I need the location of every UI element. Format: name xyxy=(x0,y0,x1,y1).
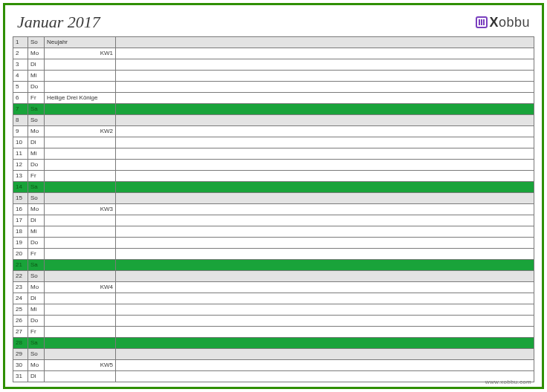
day-note xyxy=(45,137,116,148)
day-note xyxy=(45,371,116,382)
calendar-row: 27Fr xyxy=(13,327,534,338)
day-entry[interactable] xyxy=(116,293,534,304)
day-note xyxy=(45,260,116,271)
day-of-week: Di xyxy=(28,371,45,382)
day-entry[interactable] xyxy=(116,271,534,282)
day-number: 1 xyxy=(13,37,28,48)
day-of-week: Sa xyxy=(28,260,45,271)
day-note: KW5 xyxy=(45,360,116,371)
day-entry[interactable] xyxy=(116,193,534,204)
calendar-row: 16MoKW3 xyxy=(13,204,534,215)
day-of-week: So xyxy=(28,37,45,48)
day-note xyxy=(45,293,116,304)
day-entry[interactable] xyxy=(116,260,534,271)
footer-url: www.xobbu.com xyxy=(485,379,531,385)
day-entry[interactable] xyxy=(116,93,534,104)
day-number: 4 xyxy=(13,71,28,82)
day-entry[interactable] xyxy=(116,282,534,293)
day-entry[interactable] xyxy=(116,204,534,215)
day-number: 10 xyxy=(13,137,28,148)
day-entry[interactable] xyxy=(116,160,534,171)
day-of-week: Di xyxy=(28,215,45,226)
day-of-week: Di xyxy=(28,59,45,71)
page-title: Januar 2017 xyxy=(17,13,100,32)
day-of-week: Fr xyxy=(28,249,45,260)
day-entry[interactable] xyxy=(116,59,534,71)
day-entry[interactable] xyxy=(116,115,534,126)
day-number: 17 xyxy=(13,215,28,226)
day-number: 14 xyxy=(13,182,28,193)
day-number: 29 xyxy=(13,349,28,360)
day-entry[interactable] xyxy=(116,238,534,249)
day-number: 6 xyxy=(13,93,28,104)
calendar-row: 23MoKW4 xyxy=(13,282,534,293)
day-entry[interactable] xyxy=(116,226,534,238)
day-number: 23 xyxy=(13,282,28,293)
brand-text: Xobbu xyxy=(489,15,530,30)
day-of-week: Mi xyxy=(28,226,45,238)
day-number: 8 xyxy=(13,115,28,126)
day-number: 2 xyxy=(13,48,28,59)
day-entry[interactable] xyxy=(116,82,534,93)
day-number: 27 xyxy=(13,327,28,338)
day-entry[interactable] xyxy=(116,37,534,48)
day-number: 20 xyxy=(13,249,28,260)
day-entry[interactable] xyxy=(116,104,534,115)
day-number: 28 xyxy=(13,338,28,349)
day-note xyxy=(45,271,116,282)
day-entry[interactable] xyxy=(116,360,534,371)
day-note: Heilige Drei Könige xyxy=(45,93,116,104)
day-entry[interactable] xyxy=(116,371,534,382)
calendar-row: 15So xyxy=(13,193,534,204)
calendar-row: 30MoKW5 xyxy=(13,360,534,371)
day-number: 15 xyxy=(13,193,28,204)
day-of-week: So xyxy=(28,115,45,126)
day-note xyxy=(45,148,116,160)
day-entry[interactable] xyxy=(116,137,534,148)
day-of-week: So xyxy=(28,193,45,204)
day-entry[interactable] xyxy=(116,148,534,160)
day-note xyxy=(45,182,116,193)
day-number: 13 xyxy=(13,171,28,182)
calendar-row: 26Do xyxy=(13,316,534,327)
day-number: 16 xyxy=(13,204,28,215)
day-of-week: Do xyxy=(28,160,45,171)
day-entry[interactable] xyxy=(116,316,534,327)
day-entry[interactable] xyxy=(116,71,534,82)
calendar-row: 28Sa xyxy=(13,338,534,349)
day-number: 5 xyxy=(13,82,28,93)
calendar-row: 8So xyxy=(13,115,534,126)
day-of-week: Mo xyxy=(28,126,45,137)
day-entry[interactable] xyxy=(116,182,534,193)
day-note xyxy=(45,304,116,316)
day-note xyxy=(45,215,116,226)
day-number: 11 xyxy=(13,148,28,160)
day-entry[interactable] xyxy=(116,249,534,260)
day-entry[interactable] xyxy=(116,304,534,316)
day-note xyxy=(45,249,116,260)
day-note: KW1 xyxy=(45,48,116,59)
calendar-row: 2MoKW1 xyxy=(13,48,534,59)
calendar-row: 19Do xyxy=(13,238,534,249)
day-number: 30 xyxy=(13,360,28,371)
day-entry[interactable] xyxy=(116,338,534,349)
calendar-row: 14Sa xyxy=(13,182,534,193)
day-of-week: Do xyxy=(28,316,45,327)
day-of-week: Mo xyxy=(28,204,45,215)
day-entry[interactable] xyxy=(116,215,534,226)
day-number: 24 xyxy=(13,293,28,304)
day-entry[interactable] xyxy=(116,48,534,59)
day-of-week: Mi xyxy=(28,148,45,160)
day-of-week: So xyxy=(28,271,45,282)
calendar-row: 29So xyxy=(13,349,534,360)
calendar-row: 10Di xyxy=(13,137,534,148)
day-number: 26 xyxy=(13,316,28,327)
calendar-row: 5Do xyxy=(13,82,534,93)
day-note xyxy=(45,115,116,126)
day-entry[interactable] xyxy=(116,349,534,360)
calendar-row: 17Di xyxy=(13,215,534,226)
day-of-week: Sa xyxy=(28,182,45,193)
day-entry[interactable] xyxy=(116,327,534,338)
day-entry[interactable] xyxy=(116,171,534,182)
day-entry[interactable] xyxy=(116,126,534,137)
